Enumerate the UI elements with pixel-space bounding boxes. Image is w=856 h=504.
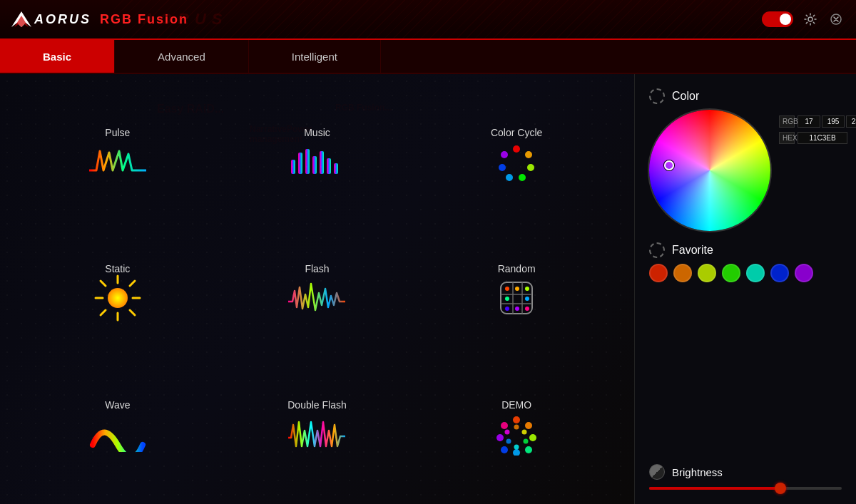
svg-rect-10 bbox=[334, 163, 338, 174]
fav-color-1[interactable] bbox=[673, 264, 692, 282]
svg-point-43 bbox=[525, 446, 532, 453]
app-title: RGB Fusion bbox=[100, 12, 188, 27]
tabs: Basic Advanced Intelligent bbox=[0, 40, 856, 74]
right-panel: Color RGB 17 195 235 H bbox=[635, 74, 856, 504]
wave-icon bbox=[89, 416, 146, 452]
svg-point-11 bbox=[513, 145, 520, 153]
color-section: Color RGB 17 195 235 H bbox=[649, 88, 842, 231]
favorites-section-header: Favorite bbox=[649, 242, 842, 258]
effect-pulse-label: Pulse bbox=[105, 127, 130, 138]
color-cycle-icon bbox=[488, 144, 545, 180]
effect-double-flash[interactable]: Double Flash bbox=[221, 361, 414, 490]
brightness-section: Brightness bbox=[649, 464, 842, 490]
svg-point-41 bbox=[525, 422, 532, 429]
color-section-icon bbox=[649, 88, 665, 104]
effect-music-label: Music bbox=[304, 127, 330, 138]
effect-music[interactable]: Music bbox=[221, 88, 414, 217]
svg-point-39 bbox=[525, 307, 529, 311]
hex-value[interactable]: 11C3EB bbox=[798, 132, 847, 144]
svg-rect-6 bbox=[305, 149, 310, 174]
power-toggle[interactable] bbox=[762, 11, 793, 27]
effect-wave-label: Wave bbox=[105, 399, 130, 411]
pulse-icon bbox=[89, 144, 146, 180]
brightness-slider-track[interactable] bbox=[649, 487, 842, 490]
rgb-value-group: 17 195 235 bbox=[798, 115, 856, 128]
svg-rect-8 bbox=[320, 151, 324, 174]
rgb-row: RGB 17 195 235 bbox=[779, 115, 856, 128]
brightness-title: Brightness bbox=[672, 466, 723, 478]
svg-point-38 bbox=[515, 307, 519, 311]
effects-panel: Easy RAiD... NarrativePowermanagement RG… bbox=[0, 74, 635, 504]
svg-point-40 bbox=[513, 416, 520, 423]
svg-point-36 bbox=[525, 297, 529, 301]
hex-row: HEX 11C3EB bbox=[779, 132, 856, 144]
favorites-section-icon bbox=[649, 242, 665, 258]
svg-point-37 bbox=[505, 307, 509, 311]
color-wheel[interactable] bbox=[649, 110, 770, 231]
svg-point-17 bbox=[501, 151, 508, 158]
tab-intelligent[interactable]: Intelligent bbox=[249, 40, 381, 73]
effect-flash-label: Flash bbox=[305, 263, 329, 274]
svg-point-53 bbox=[505, 429, 510, 434]
svg-point-15 bbox=[506, 174, 513, 181]
svg-point-45 bbox=[501, 446, 508, 453]
flash-icon bbox=[288, 280, 345, 316]
svg-line-24 bbox=[130, 310, 135, 315]
fav-color-6[interactable] bbox=[795, 264, 813, 282]
brightness-header: Brightness bbox=[649, 464, 842, 480]
fav-color-0[interactable] bbox=[649, 264, 668, 282]
effect-pulse[interactable]: Pulse bbox=[21, 88, 214, 217]
color-wheel-container: RGB 17 195 235 HEX 11C3EB bbox=[649, 110, 842, 231]
fav-color-5[interactable] bbox=[770, 264, 789, 282]
effect-random-label: Random bbox=[498, 263, 536, 274]
svg-point-18 bbox=[108, 288, 128, 308]
double-flash-icon bbox=[288, 416, 345, 452]
music-icon bbox=[288, 144, 345, 180]
aorus-logo: AORUS bbox=[11, 11, 91, 27]
color-section-header: Color bbox=[649, 88, 842, 104]
favorite-colors-list bbox=[649, 264, 842, 282]
effect-double-flash-label: Double Flash bbox=[287, 399, 347, 411]
effect-demo[interactable]: DEMO bbox=[420, 361, 613, 490]
tab-basic[interactable]: Basic bbox=[0, 40, 115, 73]
color-picker-dot[interactable] bbox=[664, 160, 674, 170]
effect-color-cycle[interactable]: Color Cycle bbox=[420, 88, 613, 217]
effect-static[interactable]: Static bbox=[21, 225, 214, 354]
svg-point-51 bbox=[514, 444, 519, 449]
svg-point-47 bbox=[501, 422, 508, 429]
svg-point-32 bbox=[505, 287, 509, 291]
effect-demo-label: DEMO bbox=[501, 399, 531, 411]
spacer bbox=[649, 294, 842, 453]
svg-point-2 bbox=[808, 17, 812, 21]
svg-point-46 bbox=[496, 434, 504, 441]
brightness-slider-fill bbox=[649, 487, 780, 490]
main-content: Easy RAiD... NarrativePowermanagement RG… bbox=[0, 74, 856, 504]
settings-button[interactable] bbox=[802, 11, 819, 28]
brightness-icon bbox=[649, 464, 665, 480]
favorites-section-title: Favorite bbox=[672, 244, 713, 257]
effect-random[interactable]: Random bbox=[420, 225, 613, 354]
fav-color-4[interactable] bbox=[746, 264, 765, 282]
g-value[interactable]: 195 bbox=[822, 115, 845, 128]
close-button[interactable] bbox=[827, 11, 845, 28]
effect-wave[interactable]: Wave bbox=[21, 361, 214, 490]
color-section-title: Color bbox=[672, 90, 699, 103]
brightness-slider-thumb[interactable] bbox=[775, 483, 786, 494]
r-value[interactable]: 17 bbox=[798, 115, 820, 128]
svg-point-44 bbox=[513, 449, 520, 456]
svg-point-52 bbox=[506, 438, 511, 443]
svg-point-35 bbox=[505, 297, 509, 301]
effect-flash[interactable]: Flash bbox=[221, 225, 414, 354]
svg-point-13 bbox=[527, 164, 534, 171]
svg-rect-7 bbox=[312, 156, 317, 174]
svg-point-16 bbox=[499, 164, 506, 171]
effect-color-cycle-label: Color Cycle bbox=[491, 127, 542, 138]
b-value[interactable]: 235 bbox=[846, 115, 856, 128]
aorus-wing-icon bbox=[11, 11, 31, 27]
aorus-text: AORUS bbox=[34, 12, 91, 27]
fav-color-3[interactable] bbox=[722, 264, 740, 282]
hex-label: HEX bbox=[779, 132, 795, 144]
tab-advanced[interactable]: Advanced bbox=[115, 40, 249, 73]
svg-rect-4 bbox=[291, 160, 295, 174]
fav-color-2[interactable] bbox=[698, 264, 716, 282]
